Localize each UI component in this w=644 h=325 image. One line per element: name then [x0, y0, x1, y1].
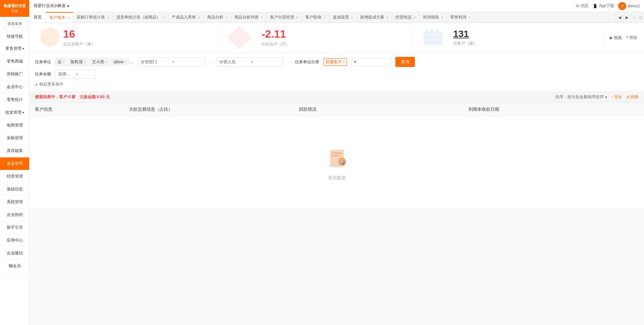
tab-business-situation[interactable]: 经营情况×: [392, 12, 419, 23]
search-menu-button[interactable]: 搜索菜单: [2, 20, 27, 28]
sidebar-item-retail-stats[interactable]: 零售统计: [0, 94, 29, 106]
sidebar-item-inventory[interactable]: 库存核算: [0, 145, 29, 157]
sidebar-item-capital[interactable]: 资金管理: [0, 157, 29, 170]
tab-product-inbound[interactable]: 产成品入库单×: [168, 12, 204, 23]
tab-customer-segment[interactable]: 客户分层经营×: [267, 12, 302, 23]
svg-text:🔍: 🔍: [339, 160, 344, 165]
dept-filter[interactable]: 分管部门 ▾: [138, 58, 205, 67]
tab-maximize[interactable]: □: [637, 12, 644, 23]
tab-close-new-proposal[interactable]: ×: [386, 15, 388, 20]
tab-home[interactable]: 首页: [30, 12, 46, 23]
tab-close-product-inbound[interactable]: ×: [198, 15, 200, 20]
sort-selector[interactable]: 排序：按欠款金额倒序排序 ▾: [555, 94, 607, 100]
user-profile-btn[interactable]: d demo2: [618, 2, 640, 10]
sidebar-item-arrow-wholesale-mgmt: ▾: [23, 111, 24, 114]
dept-label: 分管部门: [141, 59, 170, 65]
video-btn[interactable]: ▶ 视频: [610, 35, 622, 41]
filter-tag-tag3: 王小亮×: [90, 58, 110, 66]
tab-goods-analysis[interactable]: 商品分析×: [204, 12, 231, 23]
tab-close-goods-analysis[interactable]: ×: [225, 15, 227, 20]
tab-profit-report[interactable]: 利润报告×: [420, 12, 447, 23]
sidebar-item-sys-mgmt[interactable]: 系统管理: [0, 196, 29, 209]
debt-icon-bg: [228, 26, 252, 50]
tab-proposal-settings[interactable]: 提成设置×: [330, 12, 357, 23]
help-btn[interactable]: ? 帮助: [626, 35, 637, 41]
tab-close-proposal-settings[interactable]: ×: [351, 15, 353, 20]
tab-close-retail-profit[interactable]: ×: [468, 15, 470, 20]
col-debt-info: 欠款交易信息（占比）: [129, 106, 299, 112]
tab-label-customer-account: 客户账本: [49, 15, 66, 21]
sidebar-item-retail-mall[interactable]: 零售商城: [0, 55, 29, 68]
collapse-section: ∧ 收起更多条件: [35, 81, 639, 87]
tab-close-business-situation[interactable]: ×: [414, 15, 416, 20]
sidebar-logo[interactable]: 畅捷通好生意 标版: [0, 0, 29, 17]
tab-close-purchase-order-stats[interactable]: ×: [107, 15, 109, 20]
refresh-btn[interactable]: ↺ 刷新: [626, 94, 639, 100]
app-download-btn[interactable]: 📱 App下载: [593, 3, 614, 9]
filter-tag-close-tag2[interactable]: ×: [84, 60, 86, 64]
query-button[interactable]: 查询: [395, 57, 415, 67]
tab-purchase-order-stats[interactable]: 采购订单统计表×: [73, 12, 113, 23]
unit-class-tag-close[interactable]: ×: [343, 60, 345, 64]
export-icon: ↑: [611, 95, 613, 100]
person-more-btn[interactable]: ···: [288, 60, 291, 64]
sidebar-item-ops-mgmt[interactable]: 经营管理: [0, 170, 29, 183]
unit-class-dropdown-arrow: ▾: [354, 60, 388, 64]
export-btn[interactable]: ↑ 导出: [611, 94, 622, 100]
sidebar-item-arrow-retail-mgmt: ▾: [23, 47, 24, 50]
sidebar-item-ecommerce[interactable]: 电商管理: [0, 119, 29, 132]
tab-close-customer-account[interactable]: ×: [68, 16, 70, 20]
tab-label-new-proposal: 新增提成方案: [360, 14, 384, 20]
filter-tag-close-tag4[interactable]: ×: [124, 60, 126, 64]
sidebar-item-marketing[interactable]: 营销推广: [0, 68, 29, 81]
tab-close-customer-segment[interactable]: ×: [296, 15, 298, 20]
tab-close-customer-contact[interactable]: ×: [324, 15, 326, 20]
message-btn[interactable]: ✉ 消息: [576, 3, 589, 9]
collapse-button[interactable]: ∧ 收起更多条件: [35, 81, 639, 87]
sidebar-item-basic-info[interactable]: 基础信息: [0, 183, 29, 196]
debt-amount-label: 欠款合计（万）: [261, 41, 290, 47]
tab-goods-analysis-list[interactable]: 商品分析列表×: [231, 12, 266, 23]
sidebar-item-wechat-work[interactable]: 企业微信: [0, 247, 29, 260]
sidebar-item-retail-mgmt[interactable]: 零售管理▾: [0, 42, 29, 55]
unit-class-dropdown[interactable]: ▾: [351, 58, 391, 66]
tab-new-proposal[interactable]: 新增提成方案×: [357, 12, 392, 23]
tab-close-goods-analysis-list[interactable]: ×: [261, 15, 263, 20]
tab-scroll-right[interactable]: ▶: [623, 12, 631, 23]
sidebar-item-member-center[interactable]: 会员中心: [0, 81, 29, 94]
sidebar-item-vip-member[interactable]: 畅会员: [0, 260, 29, 273]
tab-inbound-stats[interactable]: 进货单统计表（按商品）×: [113, 12, 168, 23]
person-filter[interactable]: 分管人员 ▾: [216, 58, 284, 67]
dept-more-btn[interactable]: ···: [209, 60, 212, 64]
tab-customer-contact[interactable]: 客户联络×: [302, 12, 329, 23]
sidebar-item-app-center[interactable]: 应用中心: [0, 234, 29, 247]
sort-label: 排序：按欠款金额倒序排序: [555, 94, 604, 100]
account-name: 母婴行业演示帐套: [34, 3, 66, 9]
tab-minimize[interactable]: −: [631, 12, 637, 23]
tab-label-product-inbound: 产成品入库单: [172, 14, 196, 20]
tab-label-customer-segment: 客户分层经营: [270, 14, 294, 20]
account-selector[interactable]: 母婴行业演示帐套 ▾: [34, 3, 69, 9]
sidebar-item-wholesale-mgmt[interactable]: 批发管理▾: [0, 106, 29, 119]
tabs-arrows: ◀ ▶ − □: [616, 12, 644, 23]
refresh-icon: ↺: [626, 95, 630, 100]
tab-close-inbound-stats[interactable]: ×: [163, 15, 165, 20]
tab-scroll-left[interactable]: ◀: [616, 12, 623, 23]
filter-tag-text-tag2: 陈民强: [71, 59, 83, 65]
sidebar-item-purchase-mgmt[interactable]: 采购管理: [0, 132, 29, 145]
sidebar-item-enterprise[interactable]: 企业协同: [0, 209, 29, 221]
tab-customer-account[interactable]: 客户账本×: [46, 12, 73, 23]
sidebar: 畅捷通好生意 标版 搜索菜单 快捷导航 零售管理▾零售商城营销推广会员中心零售统…: [0, 0, 30, 325]
tab-close-profit-report[interactable]: ×: [441, 15, 443, 20]
filter-tag-close-tag1[interactable]: ×: [62, 60, 65, 64]
quick-nav-item[interactable]: 快捷导航: [0, 31, 29, 42]
tab-retail-profit[interactable]: 零售利润×: [447, 12, 474, 23]
filter-tag-close-tag3[interactable]: ×: [105, 60, 107, 64]
video-icon: ▶: [610, 35, 613, 40]
stat-total-debt-customers: ¥ 16 总欠款客户（家）: [36, 28, 221, 47]
filter-tags-more[interactable]: ...: [130, 60, 134, 64]
tab-label-retail-profit: 零售利润: [450, 14, 466, 20]
stat-bg-icon-1: ¥: [40, 27, 60, 47]
sidebar-item-new-guide[interactable]: 新手引导: [0, 221, 29, 234]
balance-filter[interactable]: 选择... ▾: [55, 70, 95, 79]
